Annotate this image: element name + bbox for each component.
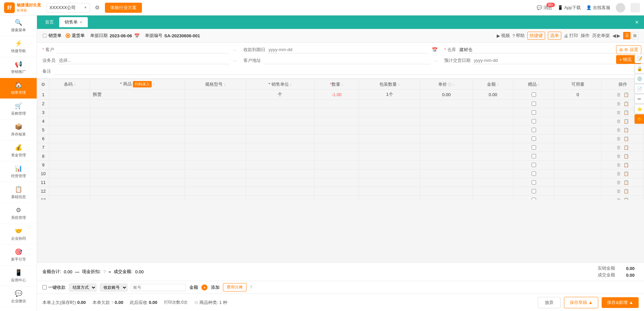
sidebar-item-member[interactable]: 👑 畅会员 xyxy=(0,307,37,311)
row-copy-icon-7[interactable]: 📋 xyxy=(623,154,629,159)
row-pkg-qty-2[interactable] xyxy=(359,108,420,117)
price-info-icon[interactable]: ⓘ xyxy=(448,82,452,86)
settings-button[interactable]: ⚙ xyxy=(92,3,102,13)
row-barcode-5[interactable] xyxy=(49,134,90,143)
message-btn[interactable]: 💬 消息 99+ xyxy=(537,5,552,11)
warehouse-input[interactable] xyxy=(458,46,632,53)
row-pkg-qty-8[interactable] xyxy=(359,161,420,169)
row-qty-2[interactable] xyxy=(314,108,359,117)
row-goods-0[interactable]: 拆货 xyxy=(90,90,185,100)
sort-gift-icon[interactable]: ↕ xyxy=(538,83,539,86)
sidebar-item-sales[interactable]: 🏠 销售管理 xyxy=(0,78,37,99)
row-price-4[interactable] xyxy=(420,126,473,134)
gift-checkbox-11[interactable] xyxy=(532,189,536,193)
gift-checkbox-7[interactable] xyxy=(532,154,536,158)
row-goods-4[interactable] xyxy=(90,126,185,134)
row-copy-icon-12[interactable]: 📋 xyxy=(623,197,629,200)
nav-prev-icon[interactable]: ◀ xyxy=(612,33,616,38)
row-amount-12[interactable] xyxy=(472,196,513,200)
row-copy-icon-5[interactable]: 📋 xyxy=(623,136,629,141)
sidebar-item-wechat[interactable]: 💬 企业微信 xyxy=(0,286,37,307)
row-qty-1[interactable] xyxy=(314,100,359,108)
row-delete-icon-9[interactable]: 🗑 xyxy=(616,171,621,176)
row-copy-icon-3[interactable]: 📋 xyxy=(623,119,629,124)
discard-button[interactable]: 放弃 xyxy=(538,297,561,308)
sidebar-item-guide[interactable]: 🎯 新手引导 xyxy=(0,245,37,266)
row-amount-6[interactable] xyxy=(472,143,513,152)
row-copy-icon-8[interactable]: 📋 xyxy=(623,162,629,167)
sort-qty-icon[interactable]: ↕ xyxy=(342,83,343,86)
row-gift-1[interactable] xyxy=(513,100,554,108)
sort-specs-icon[interactable]: ↕ xyxy=(224,83,226,86)
row-specs-9[interactable] xyxy=(185,169,246,178)
row-qty-8[interactable] xyxy=(314,161,359,169)
customer-dots-icon[interactable]: ··· xyxy=(233,47,237,52)
sidebar-item-search[interactable]: 🔍 搜索菜单 xyxy=(0,15,37,36)
row-barcode-11[interactable] xyxy=(49,187,90,196)
select-btn[interactable]: 选单 xyxy=(548,32,561,40)
row-barcode-4[interactable] xyxy=(49,126,90,134)
add-payment-btn[interactable]: + xyxy=(201,284,207,290)
row-gift-2[interactable] xyxy=(513,108,554,117)
gift-checkbox-8[interactable] xyxy=(532,163,536,167)
row-barcode-6[interactable] xyxy=(49,143,90,152)
gift-checkbox-0[interactable] xyxy=(532,92,536,97)
row-gift-5[interactable] xyxy=(513,134,554,143)
row-delete-icon-0[interactable]: 🗑 xyxy=(616,92,621,97)
row-unit-5[interactable] xyxy=(246,134,314,143)
row-specs-5[interactable] xyxy=(185,134,246,143)
row-unit-3[interactable] xyxy=(246,117,314,126)
sidebar-item-enterprise[interactable]: 🤝 企业协同 xyxy=(0,224,37,245)
row-pkg-qty-1[interactable] xyxy=(359,100,420,108)
sidebar-item-purchase[interactable]: 🛒 采购管理 xyxy=(0,99,37,120)
row-pkg-qty-7[interactable] xyxy=(359,152,420,161)
row-delete-icon-4[interactable]: 🗑 xyxy=(616,127,621,132)
row-goods-8[interactable] xyxy=(90,161,185,169)
row-copy-icon-11[interactable]: 📋 xyxy=(623,189,629,194)
account-select[interactable]: 收款账号 xyxy=(100,283,127,291)
row-amount-3[interactable] xyxy=(472,117,513,126)
row-delete-icon-8[interactable]: 🗑 xyxy=(616,162,621,167)
right-panel-btn-6[interactable]: ⭐ xyxy=(635,104,644,114)
row-specs-11[interactable] xyxy=(185,187,246,196)
row-amount-10[interactable] xyxy=(472,178,513,187)
row-pkg-qty-10[interactable] xyxy=(359,178,420,187)
row-barcode-9[interactable] xyxy=(49,169,90,178)
remark-input[interactable] xyxy=(53,68,639,75)
sort-pkg-icon[interactable]: ↕ xyxy=(398,83,400,86)
help-btn[interactable]: ? 帮助 xyxy=(513,33,525,39)
one-click-payment-input[interactable] xyxy=(42,285,47,289)
avatar[interactable] xyxy=(616,3,625,12)
row-gift-10[interactable] xyxy=(513,178,554,187)
row-qty-12[interactable] xyxy=(314,196,359,200)
row-copy-icon-0[interactable]: 📋 xyxy=(623,92,629,97)
row-copy-icon-1[interactable]: 📋 xyxy=(623,101,629,106)
row-gift-7[interactable] xyxy=(513,152,554,161)
row-amount-11[interactable] xyxy=(472,187,513,196)
row-goods-6[interactable] xyxy=(90,143,185,152)
right-panel-btn-1[interactable]: 📝 xyxy=(635,54,644,63)
row-copy-icon-4[interactable]: 📋 xyxy=(623,127,629,132)
row-price-9[interactable] xyxy=(420,169,473,178)
right-panel-btn-7[interactable]: 🔶 xyxy=(635,114,644,124)
row-qty-11[interactable] xyxy=(314,187,359,196)
row-copy-icon-9[interactable]: 📋 xyxy=(623,171,629,176)
row-specs-2[interactable] xyxy=(185,108,246,117)
row-pkg-qty-12[interactable] xyxy=(359,196,420,200)
sort-barcode-icon[interactable]: ↕ xyxy=(74,83,75,86)
view-grid-icon[interactable]: ⊞ xyxy=(631,32,639,39)
row-qty-4[interactable] xyxy=(314,126,359,134)
sidebar-item-marketing[interactable]: 📢 营销推广 xyxy=(0,57,37,78)
goods-type[interactable]: ⊙ 商品种类: 1 种 xyxy=(194,300,227,306)
row-goods-10[interactable] xyxy=(90,178,185,187)
row-barcode-8[interactable] xyxy=(49,161,90,169)
expense-split-btn[interactable]: 费用分摊 xyxy=(223,283,247,291)
row-delete-icon-2[interactable]: 🗑 xyxy=(616,110,621,115)
row-specs-4[interactable] xyxy=(185,126,246,134)
row-delete-icon-7[interactable]: 🗑 xyxy=(616,154,621,159)
delivery-date-input[interactable] xyxy=(472,57,630,64)
right-panel-btn-3[interactable]: 💿 xyxy=(635,74,644,83)
row-qty-9[interactable] xyxy=(314,169,359,178)
sidebar-item-quicknav[interactable]: ⚡ 快捷导航 xyxy=(0,36,37,57)
row-unit-0[interactable]: 个 xyxy=(246,90,314,100)
